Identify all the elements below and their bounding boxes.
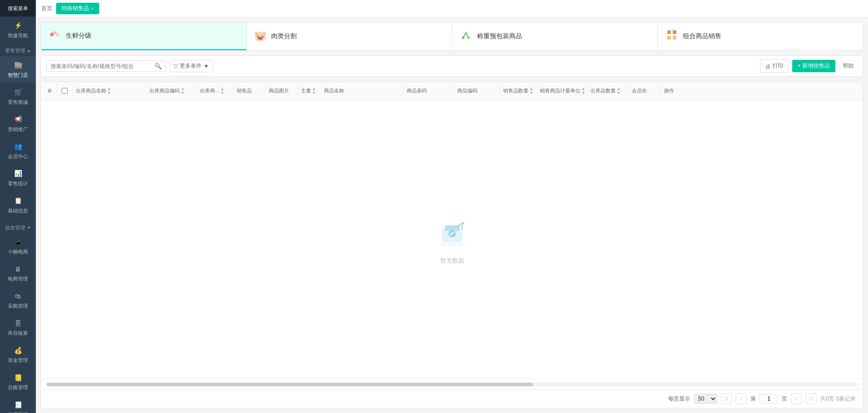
sort-icon: ▲▼ xyxy=(581,87,585,95)
per-page-label: 每页显示 xyxy=(668,395,690,403)
sidebar-item-inventory[interactable]: 🗄 库存核算 xyxy=(0,315,36,342)
sidebar-label: 总账管理 xyxy=(8,384,28,391)
sidebar-section-wholesale[interactable]: 批发管理 ▼ xyxy=(0,221,36,233)
th-member-price[interactable]: 会员价 xyxy=(629,84,661,98)
th-prod-code[interactable]: 商品编码 xyxy=(454,84,500,98)
pagination: 每页显示 50 10 20 100 ⟨⟨ ＜ 第 页 ＞ ⟩⟩ 共0页 0条记录 xyxy=(41,389,863,408)
th-sale-unit[interactable]: 销售商品计量单位 ▲▼ xyxy=(537,83,588,99)
sidebar-label: 资金管理 xyxy=(8,357,28,364)
topbar-home[interactable]: 首页 xyxy=(41,5,52,12)
scrollbar-thumb[interactable] xyxy=(46,383,533,386)
th-img[interactable]: 商品图片 xyxy=(266,84,298,98)
svg-rect-10 xyxy=(667,36,671,40)
th-check[interactable] xyxy=(57,84,73,98)
sidebar-item-mini-shop[interactable]: 📱 小畅电商 xyxy=(0,233,36,260)
help-button[interactable]: 帮助 xyxy=(839,60,857,72)
toolbar-right: 🖨 打印 + 新增销售品 帮助 xyxy=(760,59,857,73)
per-page-select[interactable]: 50 10 20 100 xyxy=(694,394,717,404)
sidebar-item-marketing[interactable]: 📢 营销推广 xyxy=(0,110,36,138)
topbar-tab-special[interactable]: 特殊销售品 × xyxy=(56,3,99,14)
sidebar-label: 采购管理 xyxy=(8,303,28,310)
content-area: 生鲜分级 🐷 肉类分割 称重预包装商品 xyxy=(36,17,868,413)
new-product-button[interactable]: + 新增销售品 xyxy=(792,60,835,72)
first-page-button[interactable]: ⟨⟨ xyxy=(721,393,732,404)
next-page-button[interactable]: ＞ xyxy=(791,393,802,404)
sidebar-label: 会员中心 xyxy=(8,153,28,160)
sidebar-section-retail[interactable]: 零售管理 ▲ xyxy=(0,44,36,56)
th-sale[interactable]: 销售品 xyxy=(234,84,266,98)
empty-icon xyxy=(434,214,471,251)
topbar-tab-label: 特殊销售品 xyxy=(62,5,89,12)
sidebar: 搜索菜单 ⚡ 快捷导航 零售管理 ▲ 🏬 智慧门店 🛒 零售商城 📢 营销推广 … xyxy=(0,0,36,413)
th-main[interactable]: 主量 ▲▼ xyxy=(298,83,321,99)
quick-nav-icon: ⚡ xyxy=(14,21,22,30)
sidebar-label: 发票管理 xyxy=(8,411,28,413)
sidebar-item-purchase[interactable]: 🛍 采购管理 xyxy=(0,287,36,315)
sort-icon: ▲▼ xyxy=(312,87,316,95)
sidebar-item-retail-mall[interactable]: 🛒 零售商城 xyxy=(0,83,36,110)
toolbar-left: 🔍 ▽ 更多条件 ▼ xyxy=(46,60,213,72)
search-icon[interactable]: 🔍 xyxy=(154,63,162,69)
th-out-qty[interactable]: 出库品数量 ▲▼ xyxy=(588,83,629,99)
sidebar-item-member[interactable]: 👥 会员中心 xyxy=(0,138,36,165)
sidebar-label: 零售商城 xyxy=(8,99,28,106)
last-page-button[interactable]: ⟩⟩ xyxy=(806,393,817,404)
sidebar-item-ecommerce[interactable]: 🖥 电商管理 xyxy=(0,260,36,287)
th-out-code[interactable]: 出库商品编码 ▲▼ xyxy=(147,83,197,99)
th-out-name[interactable]: 出库商品名称 ▲▼ xyxy=(73,83,147,99)
table-header: ⚙ 出库商品名称 ▲▼ 出库商品编码 ▲▼ 出库商... ▲▼ xyxy=(41,82,863,100)
retail-stats-icon: 📊 xyxy=(14,169,22,178)
total-info: 共0页 0条记录 xyxy=(820,395,856,403)
member-icon: 👥 xyxy=(14,142,22,151)
page-label: 第 xyxy=(750,395,756,403)
sidebar-item-general-ledger[interactable]: 📒 总账管理 xyxy=(0,369,36,396)
tab-card-fresh-grade[interactable]: 生鲜分级 xyxy=(41,23,247,50)
sidebar-item-finance[interactable]: 💰 资金管理 xyxy=(0,342,36,369)
sidebar-item-basic-info[interactable]: 📋 基础信息 xyxy=(0,192,36,219)
tab-card-combo[interactable]: 组合商品销售 xyxy=(658,23,863,50)
select-all-checkbox[interactable] xyxy=(62,88,68,94)
svg-line-7 xyxy=(466,33,469,38)
tab-card-weigh-pack[interactable]: 称重预包装商品 xyxy=(452,23,658,50)
sidebar-item-invoice[interactable]: 🧾 发票管理 xyxy=(0,396,36,413)
prev-page-button[interactable]: ＜ xyxy=(736,393,747,404)
ecommerce-icon: 🖥 xyxy=(15,265,21,274)
search-input-wrap[interactable]: 🔍 xyxy=(46,60,166,72)
th-op: 操作 xyxy=(661,84,689,98)
sidebar-label: 电商管理 xyxy=(8,275,28,282)
search-input[interactable] xyxy=(51,63,152,69)
th-prod-name[interactable]: 商品名称 xyxy=(321,84,404,98)
basic-info-icon: 📋 xyxy=(14,196,22,206)
topbar-tab-close[interactable]: × xyxy=(91,6,94,11)
th-barcode[interactable]: 商品条码 xyxy=(404,84,454,98)
sidebar-label: 库存核算 xyxy=(8,330,28,337)
th-setting[interactable]: ⚙ xyxy=(43,84,57,98)
print-label: 打印 xyxy=(772,62,783,70)
combo-label: 组合商品销售 xyxy=(683,32,721,40)
sidebar-search[interactable]: 搜索菜单 xyxy=(0,0,36,17)
th-sale-qty[interactable]: 销售品数量 ▲▼ xyxy=(500,83,537,99)
invoice-icon: 🧾 xyxy=(14,401,22,410)
sidebar-item-quick-nav[interactable]: ⚡ 快捷导航 xyxy=(0,17,36,44)
svg-rect-9 xyxy=(673,30,676,34)
filter-arrow: ▼ xyxy=(204,63,209,69)
horizontal-scrollbar[interactable] xyxy=(46,383,857,386)
sidebar-item-smart-store[interactable]: 🏬 智慧门店 xyxy=(0,56,36,83)
purchase-icon: 🛍 xyxy=(15,292,21,301)
filter-icon: ▽ xyxy=(174,63,178,69)
general-ledger-icon: 📒 xyxy=(14,373,22,383)
th-out-item[interactable]: 出库商... ▲▼ xyxy=(197,83,234,99)
sort-icon: ▲▼ xyxy=(529,87,533,95)
mini-shop-icon: 📱 xyxy=(14,238,22,247)
print-button[interactable]: 🖨 打印 xyxy=(760,59,789,73)
empty-text: 暂无数据 xyxy=(440,257,464,265)
sidebar-logo-label: 搜索菜单 xyxy=(8,5,28,12)
wholesale-label: 批发管理 xyxy=(5,224,25,231)
tab-card-meat-cut[interactable]: 🐷 肉类分割 xyxy=(247,23,453,50)
filter-button[interactable]: ▽ 更多条件 ▼ xyxy=(170,60,213,72)
sidebar-item-retail-stats[interactable]: 📊 零售统计 xyxy=(0,165,36,192)
fresh-grade-icon xyxy=(48,28,61,44)
page-input[interactable] xyxy=(760,394,778,403)
sidebar-label: 基础信息 xyxy=(8,207,28,214)
svg-point-1 xyxy=(53,31,56,34)
